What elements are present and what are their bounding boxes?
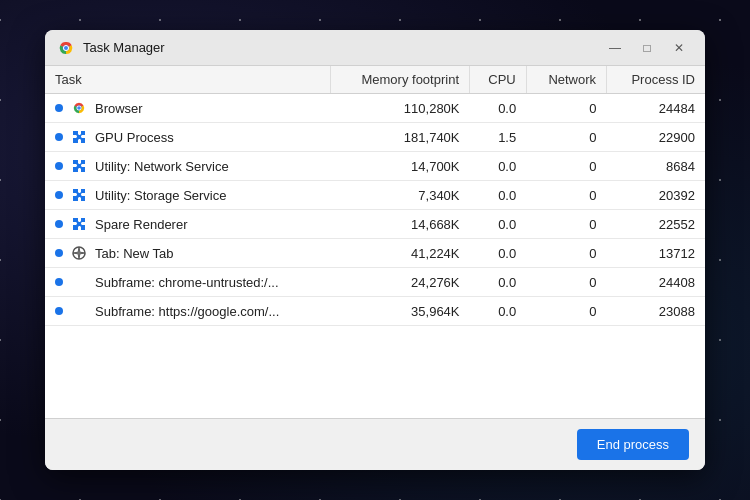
col-header-memory[interactable]: Memory footprint — [331, 66, 470, 94]
status-dot — [55, 104, 63, 112]
process-icon — [71, 187, 87, 203]
table-row[interactable]: Subframe: chrome-untrusted:/... 24,276K … — [45, 268, 705, 297]
chrome-logo-icon — [57, 39, 75, 57]
memory-cell: 41,224K — [331, 239, 470, 268]
table-row[interactable]: Subframe: https://google.com/... 35,964K… — [45, 297, 705, 326]
cpu-cell: 0.0 — [470, 152, 527, 181]
task-name-label: Utility: Network Service — [95, 159, 229, 174]
process-icon — [71, 158, 87, 174]
minimize-button[interactable]: — — [601, 34, 629, 62]
maximize-button[interactable]: □ — [633, 34, 661, 62]
task-name-label: GPU Process — [95, 130, 174, 145]
task-name-cell: Utility: Storage Service — [45, 181, 331, 210]
cpu-cell: 0.0 — [470, 210, 527, 239]
process-icon — [71, 303, 87, 319]
col-header-cpu[interactable]: CPU — [470, 66, 527, 94]
status-dot — [55, 307, 63, 315]
close-button[interactable]: ✕ — [665, 34, 693, 62]
status-dot — [55, 162, 63, 170]
memory-cell: 24,276K — [331, 268, 470, 297]
table-row[interactable]: Browser 110,280K 0.0 0 24484 — [45, 94, 705, 123]
pid-cell: 24408 — [607, 268, 705, 297]
pid-cell: 8684 — [607, 152, 705, 181]
network-cell: 0 — [526, 94, 606, 123]
pid-cell: 13712 — [607, 239, 705, 268]
network-cell: 0 — [526, 239, 606, 268]
task-name-cell: Subframe: chrome-untrusted:/... — [45, 268, 331, 297]
title-bar: Task Manager — □ ✕ — [45, 30, 705, 66]
pid-cell: 22552 — [607, 210, 705, 239]
task-name-cell: Spare Renderer — [45, 210, 331, 239]
cpu-cell: 0.0 — [470, 239, 527, 268]
process-table-container[interactable]: Task Memory footprint CPU Network Proces… — [45, 66, 705, 418]
network-cell: 0 — [526, 210, 606, 239]
window-title: Task Manager — [83, 40, 601, 55]
col-header-network[interactable]: Network — [526, 66, 606, 94]
cpu-cell: 0.0 — [470, 94, 527, 123]
task-name-cell: GPU Process — [45, 123, 331, 152]
status-dot — [55, 220, 63, 228]
memory-cell: 35,964K — [331, 297, 470, 326]
task-name-cell: Utility: Network Service — [45, 152, 331, 181]
table-row[interactable]: Tab: New Tab 41,224K 0.0 0 13712 — [45, 239, 705, 268]
pid-cell: 22900 — [607, 123, 705, 152]
task-name-label: Tab: New Tab — [95, 246, 174, 261]
process-icon — [71, 100, 87, 116]
network-cell: 0 — [526, 123, 606, 152]
task-name-label: Utility: Storage Service — [95, 188, 227, 203]
network-cell: 0 — [526, 297, 606, 326]
process-icon — [71, 129, 87, 145]
table-header-row: Task Memory footprint CPU Network Proces… — [45, 66, 705, 94]
table-row[interactable]: GPU Process 181,740K 1.5 0 22900 — [45, 123, 705, 152]
task-name-cell: Browser — [45, 94, 331, 123]
memory-cell: 7,340K — [331, 181, 470, 210]
pid-cell: 20392 — [607, 181, 705, 210]
status-dot — [55, 249, 63, 257]
bottom-bar: End process — [45, 418, 705, 470]
pid-cell: 23088 — [607, 297, 705, 326]
process-table: Task Memory footprint CPU Network Proces… — [45, 66, 705, 326]
col-header-pid[interactable]: Process ID — [607, 66, 705, 94]
status-dot — [55, 133, 63, 141]
task-name-label: Spare Renderer — [95, 217, 188, 232]
memory-cell: 110,280K — [331, 94, 470, 123]
task-name-cell: Tab: New Tab — [45, 239, 331, 268]
end-process-button[interactable]: End process — [577, 429, 689, 460]
cpu-cell: 0.0 — [470, 297, 527, 326]
task-name-cell: Subframe: https://google.com/... — [45, 297, 331, 326]
svg-point-2 — [64, 46, 68, 50]
network-cell: 0 — [526, 152, 606, 181]
process-icon — [71, 245, 87, 261]
network-cell: 0 — [526, 268, 606, 297]
cpu-cell: 1.5 — [470, 123, 527, 152]
memory-cell: 181,740K — [331, 123, 470, 152]
cpu-cell: 0.0 — [470, 268, 527, 297]
task-name-label: Subframe: chrome-untrusted:/... — [95, 275, 279, 290]
window-controls: — □ ✕ — [601, 34, 693, 62]
status-dot — [55, 278, 63, 286]
table-row[interactable]: Utility: Network Service 14,700K 0.0 0 8… — [45, 152, 705, 181]
table-row[interactable]: Spare Renderer 14,668K 0.0 0 22552 — [45, 210, 705, 239]
cpu-cell: 0.0 — [470, 181, 527, 210]
task-name-label: Browser — [95, 101, 143, 116]
memory-cell: 14,668K — [331, 210, 470, 239]
process-icon — [71, 274, 87, 290]
task-name-label: Subframe: https://google.com/... — [95, 304, 279, 319]
process-icon — [71, 216, 87, 232]
pid-cell: 24484 — [607, 94, 705, 123]
svg-point-5 — [77, 106, 81, 110]
network-cell: 0 — [526, 181, 606, 210]
status-dot — [55, 191, 63, 199]
memory-cell: 14,700K — [331, 152, 470, 181]
table-row[interactable]: Utility: Storage Service 7,340K 0.0 0 20… — [45, 181, 705, 210]
col-header-task[interactable]: Task — [45, 66, 331, 94]
task-manager-window: Task Manager — □ ✕ Task Memory footprint… — [45, 30, 705, 470]
